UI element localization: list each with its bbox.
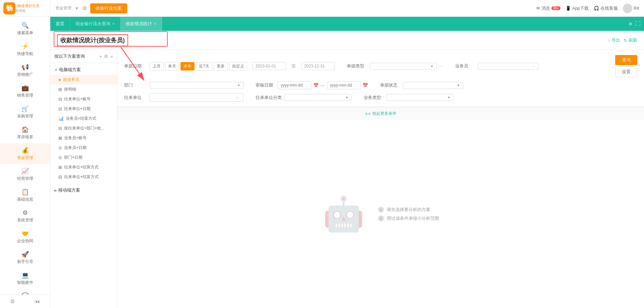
sidebar-item-wechat[interactable]: 💬 企业微信 (0, 289, 50, 295)
sidebar-item-hardware[interactable]: 💻 智能硬件 (0, 268, 50, 289)
sidebar-item-inventory[interactable]: 🏠 库存核算 (0, 122, 50, 143)
tab-bank-flow[interactable]: 现金银行流水查询 × (70, 17, 120, 31)
tree-item-partner-dept[interactable]: ⊟ 按往来单位+部门+收... (50, 123, 117, 133)
settings-bottom-icon[interactable]: ⚙ (10, 298, 15, 305)
desktop-scheme-header[interactable]: ▼ 电脑端方案 (50, 65, 117, 75)
tab-bank-flow-close[interactable]: × (112, 21, 115, 26)
sidebar-item-marketing[interactable]: 📢 营销推广 (0, 60, 50, 81)
sidebar-item-operations[interactable]: 📈 经营管理 (0, 164, 50, 185)
more-date-btn[interactable]: 更多 (214, 62, 228, 70)
tree-item-by-detail[interactable]: ⊞ 按明细 (50, 85, 117, 94)
query-button[interactable]: 查询 (615, 55, 637, 65)
user-info[interactable]: Rit (623, 4, 639, 13)
doc-type-select[interactable]: ▼ (370, 63, 437, 70)
partner-category-label: 往来单位分类 (256, 95, 282, 101)
date-to-input[interactable] (301, 62, 335, 70)
mobile-scheme-header[interactable]: ▶ 移动端方案 (50, 185, 117, 195)
add-scheme-icon[interactable]: + (99, 54, 102, 59)
app-download-btn[interactable]: 📱 App下载 (566, 5, 589, 11)
tree-item-salesman-settlement[interactable]: 📊 业务员+结算方式 (50, 114, 117, 123)
app-download-label: App下载 (572, 5, 589, 11)
sidebar-item-quicknav[interactable]: ⚡ 快捷导航 (0, 39, 50, 60)
calendar-icon-1[interactable]: 📅 (313, 83, 319, 88)
partner-select[interactable]: ··· (150, 93, 244, 102)
dept-select[interactable]: ▼ (150, 82, 244, 89)
empty-tip-2: 2 用过滤条件来缩小分析范围 (378, 215, 439, 221)
dept-arrow: ▼ (237, 84, 240, 87)
tree-item-dept-date[interactable]: ⊙ 部门+日期 (50, 153, 117, 162)
filter-row-2: 部门 ▼ 审核日期 📅 — 📅 (124, 81, 637, 89)
tree-item-partner-date[interactable]: ⊟ 往来单位+日期 (50, 104, 117, 114)
desktop-scheme-section: ▼ 电脑端方案 ● 按业务员 ⊞ 按明细 ⊟ 往 (50, 63, 117, 184)
tab-collection-stats-close[interactable]: × (154, 21, 156, 26)
partner-more-icon[interactable]: ··· (235, 95, 239, 100)
partner-category-select[interactable]: ▼ (284, 94, 352, 101)
tree-item-partner-settle2[interactable]: ⊟ 往来单位+结算方式 (50, 172, 117, 182)
breadcrumb-chevron[interactable]: ▼ (75, 6, 79, 11)
dept-date-icon: ⊙ (58, 155, 62, 160)
tab-bar-right: ✕ ⛶ (625, 17, 644, 31)
tree-item-salesman-date[interactable]: ⊙ 业务员+日期 (50, 143, 117, 153)
dept-date-label: 部门+日期 (64, 155, 83, 160)
custom-date-btn[interactable]: 自定义 (229, 62, 247, 70)
prev-month-btn[interactable]: 上月 (150, 62, 164, 70)
left-panel: 按以下方案查询 + ⚙ « ▼ 电脑端方案 ● (50, 50, 117, 308)
purchase-icon: 🛒 (21, 105, 29, 112)
biz-type-select[interactable]: ▼ (386, 94, 453, 101)
doc-type-more-icon[interactable]: ··· (439, 64, 443, 69)
date-from-input[interactable] (253, 62, 286, 70)
header-settings-icon[interactable]: ⚙ (82, 5, 87, 11)
marketing-icon: 📢 (21, 63, 29, 71)
set-button[interactable]: 设置 (615, 66, 637, 77)
detail-scheme-icon: ⊞ (58, 87, 62, 92)
partner-account-label: 往来单位+账号 (64, 96, 91, 102)
review-date-from[interactable] (278, 81, 311, 89)
collapse-bar[interactable]: ∧∧ 收起更多条件 (117, 107, 644, 120)
salesman-select[interactable]: ··· (478, 63, 538, 70)
collapse-sidebar-icon[interactable]: ⏮ (35, 299, 40, 305)
tree-item-salesman-account[interactable]: ⊠ 业务员+账号 (50, 133, 117, 143)
export-button[interactable]: ↑ 导出 (608, 37, 621, 43)
last7days-btn[interactable]: 近7天 (196, 62, 212, 70)
salesman-account-label: 业务员+账号 (64, 135, 87, 141)
user-name: Rit (634, 6, 639, 11)
sidebar-item-search[interactable]: 🔍 搜索菜单 (0, 18, 50, 39)
trial-button[interactable]: 体验行业方案 (90, 3, 127, 13)
empty-tips: 1 请先选择要分析的方案 2 用过滤条件来缩小分析范围 (378, 207, 439, 221)
tab-home[interactable]: 首页 (50, 17, 70, 31)
sidebar-item-system[interactable]: ⚙ 系统管理 (0, 206, 50, 226)
message-btn[interactable]: ✉ 消息 99+ (536, 5, 560, 11)
tip-num-1: 1 (378, 207, 384, 213)
refresh-button[interactable]: ↻ 刷新 (624, 37, 637, 43)
collapse-icon: ∧∧ (365, 111, 371, 116)
tab-expand-icon[interactable]: ⛶ (635, 21, 641, 27)
date-filter-label: 单据日期 (124, 63, 144, 69)
tree-item-partner-account[interactable]: ⊟ 往来单位+账号 (50, 94, 117, 104)
sidebar-item-finance[interactable]: 💰 资金管理 (0, 143, 50, 164)
tab-collection-stats[interactable]: 收款情况统计 × (120, 17, 162, 31)
sidebar-item-enterprise[interactable]: 🤝 企业协同 (0, 226, 50, 247)
sidebar-item-basicinfo[interactable]: 📋 基础信息 (0, 185, 50, 206)
system-icon: ⚙ (22, 209, 28, 216)
partner-settle2-icon: ⊟ (58, 174, 62, 179)
partner-account-icon: ⊟ (58, 97, 62, 102)
salesman-settlement-label: 业务员+结算方式 (66, 116, 96, 121)
partner-dept-label: 按往来单位+部门+收... (64, 125, 104, 131)
collapse-panel-icon[interactable]: « (110, 54, 113, 59)
scheme-settings-icon[interactable]: ⚙ (104, 54, 108, 59)
salesman-arrow: ··· (532, 64, 535, 68)
review-date-to[interactable] (327, 81, 361, 89)
sidebar-item-sales[interactable]: 💼 销售管理 (0, 81, 50, 102)
guide-icon: 🚀 (21, 251, 29, 258)
sidebar-item-guide[interactable]: 🚀 新手引导 (0, 247, 50, 268)
tree-item-by-salesman[interactable]: ● 按业务员 (50, 75, 117, 85)
partner-label: 往来单位 (124, 95, 144, 101)
online-service-btn[interactable]: 🎧 在线客服 (594, 5, 618, 11)
calendar-icon-2[interactable]: 📅 (363, 83, 368, 88)
doc-status-select[interactable]: ▼ (403, 82, 463, 89)
tab-close-all-icon[interactable]: ✕ (628, 21, 633, 27)
sidebar-item-purchase[interactable]: 🛒 采购管理 (0, 102, 50, 122)
tree-item-partner-settle1[interactable]: ⊞ 往来单位+结算方式 (50, 162, 117, 172)
this-year-btn[interactable]: 本年 (180, 62, 195, 70)
this-month-btn[interactable]: 本月 (165, 62, 179, 70)
